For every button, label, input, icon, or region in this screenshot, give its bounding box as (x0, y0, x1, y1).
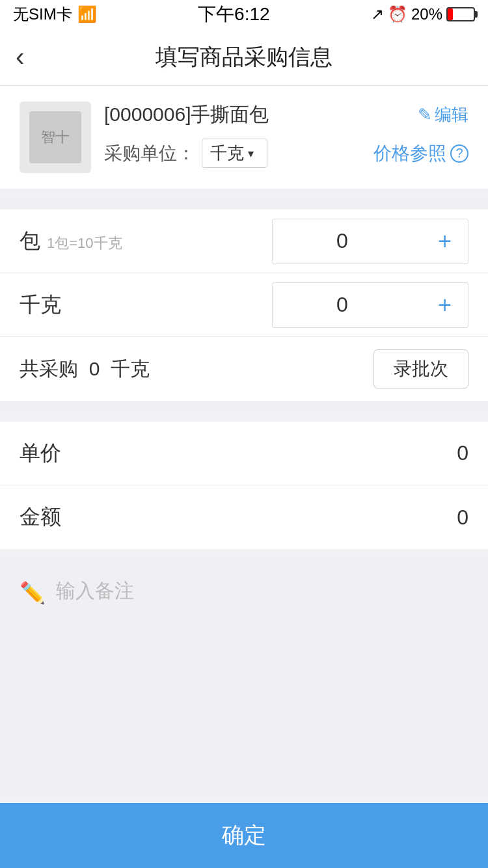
notes-section[interactable]: ✏️ 输入备注 (0, 560, 488, 794)
divider-2 (0, 401, 488, 411)
bag-plus-button[interactable]: + (422, 219, 468, 264)
unit-price-value: 0 (457, 441, 468, 465)
record-batch-button[interactable]: 录批次 (373, 349, 468, 388)
bag-sublabel: 1包=10千克 (47, 234, 122, 253)
status-bar: 无SIM卡 📶 下午6:12 ↗ ⏰ 20% (0, 0, 488, 29)
amount-value: 0 (457, 506, 468, 530)
wifi-icon: 📶 (77, 5, 97, 23)
status-left: 无SIM卡 📶 (13, 4, 97, 25)
back-button[interactable]: ‹ (16, 42, 24, 72)
product-info: [0000006]手撕面包 ✎ 编辑 采购单位： 千克 价格参照 ? (104, 102, 468, 168)
battery-icon (446, 7, 475, 21)
product-logo: 智十 (29, 111, 81, 163)
product-name: [0000006]手撕面包 (104, 102, 269, 128)
battery-percentage: 20% (411, 5, 442, 23)
kg-plus-button[interactable]: + (422, 282, 468, 328)
edit-icon: ✎ (418, 105, 432, 125)
bag-input-row: 包 1包=10千克 + (0, 210, 488, 273)
notes-placeholder: 输入备注 (56, 578, 134, 604)
summary-label: 共采购 0 千克 (20, 356, 150, 383)
summary-row: 共采购 0 千克 录批次 (0, 337, 488, 401)
input-section: 包 1包=10千克 + 千克 + (0, 210, 488, 337)
edit-button[interactable]: ✎ 编辑 (418, 103, 468, 126)
kg-quantity-input[interactable] (272, 282, 422, 328)
alarm-icon: ⏰ (388, 5, 407, 23)
amount-label: 金额 (20, 503, 61, 532)
product-name-row: [0000006]手撕面包 ✎ 编辑 (104, 102, 468, 128)
bag-input-right: + (272, 219, 468, 264)
unit-select[interactable]: 千克 (202, 139, 267, 168)
location-icon: ↗ (371, 5, 384, 23)
bag-quantity-input[interactable] (272, 219, 422, 264)
kg-label: 千克 (20, 291, 61, 319)
price-ref-icon: ? (450, 144, 468, 163)
confirm-button[interactable]: 确定 (0, 803, 488, 868)
pencil-icon: ✏️ (20, 580, 46, 605)
status-right: ↗ ⏰ 20% (371, 5, 475, 23)
confirm-label: 确定 (222, 821, 266, 850)
kg-input-right: + (272, 282, 468, 328)
bag-label: 包 1包=10千克 (20, 227, 122, 256)
unit-price-label: 单价 (20, 439, 61, 468)
unit-prefix-label: 采购单位： (104, 141, 195, 166)
product-card: 智十 [0000006]手撕面包 ✎ 编辑 采购单位： 千克 价格参照 ? (0, 86, 488, 189)
page-title: 填写商品采购信息 (156, 42, 332, 72)
amount-row: 金额 0 (0, 485, 488, 549)
carrier-label: 无SIM卡 (13, 4, 72, 25)
product-unit-row: 采购单位： 千克 价格参照 ? (104, 139, 468, 168)
price-ref-button[interactable]: 价格参照 ? (373, 141, 468, 166)
nav-bar: ‹ 填写商品采购信息 (0, 29, 488, 86)
unit-price-row: 单价 0 (0, 422, 488, 485)
status-time: 下午6:12 (198, 2, 270, 27)
product-image: 智十 (20, 102, 91, 173)
kg-input-row: 千克 + (0, 273, 488, 337)
price-section: 单价 0 金额 0 (0, 422, 488, 549)
divider-1 (0, 199, 488, 210)
